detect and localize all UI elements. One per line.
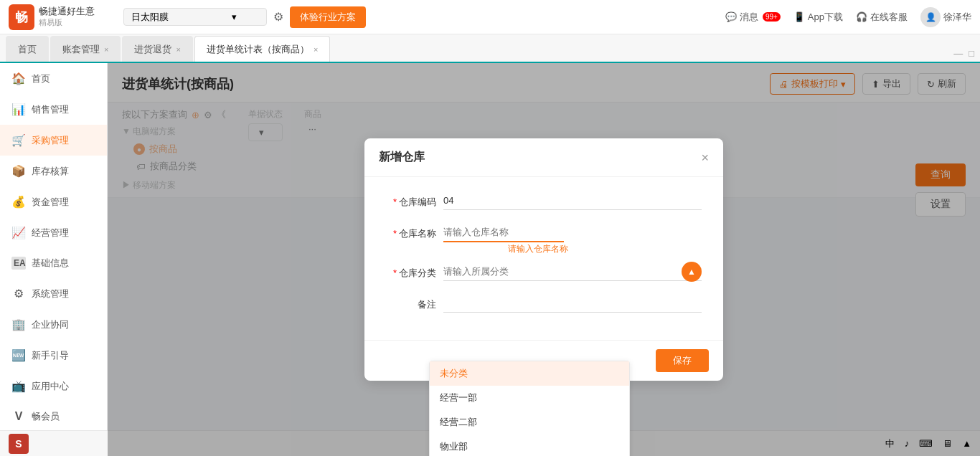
avatar: 👤 <box>920 7 941 27</box>
category-dropdown-toggle[interactable]: ▲ <box>682 262 702 282</box>
search-input[interactable] <box>131 11 232 22</box>
gear-button[interactable]: ⚙ <box>267 6 290 29</box>
message-button[interactable]: 💬 消息 99+ <box>725 11 781 24</box>
operations-icon: 📈 <box>11 226 26 239</box>
form-row-code: 仓库编码 <box>386 191 702 210</box>
tab-returns[interactable]: 进货退货 × <box>122 36 192 62</box>
topbar: 畅 畅捷通好生意 精易版 ▾ ⚙ 体验行业方案 💬 消息 99+ 📱 App下载… <box>0 0 980 34</box>
sidebar-item-home[interactable]: 🏠 首页 <box>0 63 107 94</box>
tab-stats-close[interactable]: × <box>314 45 318 54</box>
guide-icon: 🆕 <box>11 348 26 362</box>
sidebar-item-apps[interactable]: 📺 应用中心 <box>0 371 107 402</box>
vip-icon: V <box>11 410 26 423</box>
system-icon: ⚙ <box>11 287 26 300</box>
category-select-wrapper: ▲ <box>443 262 702 281</box>
app-icon: 📱 <box>793 11 805 22</box>
name-input[interactable] <box>443 223 564 242</box>
name-error-message: 请输入仓库名称 <box>508 243 568 255</box>
sidebar: 🏠 首页 📊 销售管理 🛒 采购管理 📦 库存核算 💰 资金管理 📈 经营管理 … <box>0 63 108 456</box>
window-maximize[interactable]: □ <box>969 48 974 59</box>
sidebar-label-system: 系统管理 <box>32 288 69 300</box>
content-area: 进货单统计(按商品) 🖨 按模板打印 ▾ ⬆ 导出 ↻ 刷新 <box>108 63 980 456</box>
message-label: 消息 <box>740 11 758 24</box>
sidebar-item-purchase[interactable]: 🛒 采购管理 <box>0 125 107 156</box>
message-badge: 99+ <box>763 12 781 22</box>
code-label: 仓库编码 <box>386 191 443 209</box>
inventory-icon: 📦 <box>11 164 26 178</box>
tab-stats[interactable]: 进货单统计表（按商品） × <box>194 36 330 62</box>
dropdown-option-2[interactable]: 经营二部 <box>430 410 629 434</box>
app-download-button[interactable]: 📱 App下载 <box>793 11 843 24</box>
username: 徐泽华 <box>943 11 971 24</box>
form-row-remark: 备注 <box>386 294 702 313</box>
logo-text: 畅捷通好生意 <box>39 6 95 18</box>
dropdown-option-0[interactable]: 未分类 <box>430 361 629 386</box>
sidebar-label-basic: 基础信息 <box>32 257 69 270</box>
user-area[interactable]: 👤 徐泽华 <box>920 7 971 27</box>
chevron-up-icon: ▲ <box>687 267 696 277</box>
sidebar-item-guide[interactable]: 🆕 新手引导 <box>0 340 107 371</box>
home-icon: 🏠 <box>11 72 26 85</box>
sidebar-label-guide: 新手引导 <box>32 349 69 362</box>
sidebar-label-operations: 经营管理 <box>32 227 69 239</box>
sidebar-label-sales: 销售管理 <box>32 103 69 116</box>
apps-icon: 📺 <box>11 379 26 393</box>
topbar-right: 💬 消息 99+ 📱 App下载 🎧 在线客服 👤 徐泽华 <box>725 7 971 27</box>
tab-home-label: 首页 <box>18 43 37 56</box>
sidebar-item-vip[interactable]: V 畅会员 <box>0 402 107 432</box>
headset-icon: 🎧 <box>856 11 867 22</box>
basic-icon: EA <box>11 257 26 270</box>
form-row-name: 仓库名称 请输入仓库名称 <box>386 223 702 242</box>
category-input[interactable] <box>443 262 702 281</box>
modal-body: 仓库编码 仓库名称 请输入仓库名称 仓库分类 <box>364 177 723 340</box>
name-field-wrapper: 请输入仓库名称 <box>443 223 702 242</box>
code-input[interactable] <box>443 191 702 210</box>
sidebar-label-inventory: 库存核算 <box>32 165 69 178</box>
tab-returns-close[interactable]: × <box>176 45 180 54</box>
remark-label: 备注 <box>386 294 443 311</box>
remark-input[interactable] <box>443 294 702 313</box>
modal-header: 新增仓库 × <box>364 138 723 177</box>
category-dropdown-list: 未分类 经营一部 经营二部 物业部 <box>429 361 630 456</box>
sidebar-label-enterprise: 企业协同 <box>32 318 69 331</box>
sidebar-item-finance[interactable]: 💰 资金管理 <box>0 186 107 217</box>
dropdown-option-1[interactable]: 经营一部 <box>430 386 629 410</box>
purchase-icon: 🛒 <box>11 133 26 147</box>
tabbar: 首页 账套管理 × 进货退货 × 进货单统计表（按商品） × — □ <box>0 34 980 63</box>
sidebar-label-apps: 应用中心 <box>32 380 69 393</box>
logo-text-area: 畅捷通好生意 精易版 <box>39 6 95 29</box>
tab-accounts[interactable]: 账套管理 × <box>50 36 121 62</box>
logo-icon: 畅 <box>9 4 34 30</box>
sidebar-item-sales[interactable]: 📊 销售管理 <box>0 94 107 125</box>
sidebar-label-purchase: 采购管理 <box>32 134 69 147</box>
tab-window-actions: — □ <box>953 48 974 62</box>
tab-home[interactable]: 首页 <box>6 36 49 62</box>
bottom-logo: S <box>9 434 29 454</box>
save-button[interactable]: 保存 <box>656 349 709 372</box>
dropdown-option-3[interactable]: 物业部 <box>430 434 629 456</box>
logo-area: 畅 畅捷通好生意 精易版 <box>9 4 116 30</box>
window-minimize[interactable]: — <box>953 48 963 59</box>
sidebar-item-basic[interactable]: EA 基础信息 <box>0 248 107 278</box>
topbar-search-box[interactable]: ▾ <box>123 8 267 26</box>
sidebar-item-operations[interactable]: 📈 经营管理 <box>0 217 107 248</box>
modal-title: 新增仓库 <box>379 150 425 165</box>
logo-sub: 精易版 <box>39 17 95 28</box>
sidebar-item-system[interactable]: ⚙ 系统管理 <box>0 278 107 309</box>
tab-accounts-close[interactable]: × <box>104 45 108 54</box>
sidebar-item-inventory[interactable]: 📦 库存核算 <box>0 156 107 186</box>
finance-icon: 💰 <box>11 195 26 209</box>
search-dropdown-icon[interactable]: ▾ <box>232 11 237 22</box>
online-service-button[interactable]: 🎧 在线客服 <box>856 11 908 24</box>
tab-accounts-label: 账套管理 <box>62 43 100 56</box>
experience-button[interactable]: 体验行业方案 <box>290 6 366 28</box>
modal-overlay[interactable]: 新增仓库 × 仓库编码 仓库名称 请输入仓库名称 <box>108 63 980 456</box>
tab-stats-label: 进货单统计表（按商品） <box>207 43 309 56</box>
enterprise-icon: 🏢 <box>11 318 26 331</box>
modal-close-button[interactable]: × <box>701 151 709 164</box>
sales-icon: 📊 <box>11 103 26 116</box>
sidebar-label-finance: 资金管理 <box>32 196 69 209</box>
sidebar-label-vip: 畅会员 <box>32 410 60 423</box>
sidebar-item-enterprise[interactable]: 🏢 企业协同 <box>0 309 107 340</box>
category-label: 仓库分类 <box>386 262 443 280</box>
